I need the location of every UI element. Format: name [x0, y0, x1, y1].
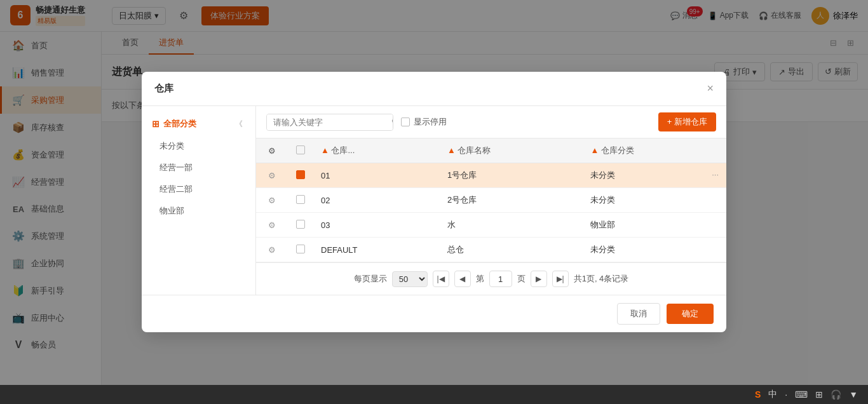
dot-icon: ·	[785, 389, 787, 400]
confirm-button[interactable]: 确定	[667, 304, 714, 324]
warehouse-table: ⚙ ▲ 仓库... ▲ 仓库名称	[256, 138, 726, 262]
status-bar: S 中 · ⌨ ⊞ 🎧 ▼	[0, 385, 868, 404]
row-no-cell: 02	[313, 188, 440, 213]
pagination: 每页显示 50 100 200 |◀ ◀ 第 页 ▶ ▶| 共1页, 4条记录	[256, 262, 726, 295]
row-checkbox[interactable]	[296, 195, 305, 204]
cancel-button[interactable]: 取消	[617, 303, 660, 325]
row-category-cell: 未分类···	[583, 163, 726, 188]
row-name-cell: 2号仓库	[440, 188, 583, 213]
search-button[interactable]: 🔍	[386, 114, 393, 130]
th-name: ▲ 仓库名称	[440, 138, 583, 163]
row-checkbox-cell[interactable]	[288, 238, 313, 262]
row-checkbox[interactable]	[296, 220, 305, 229]
show-disabled-checkbox[interactable]	[401, 118, 410, 126]
modal-overlay[interactable]: 仓库 × ⊞ 全部分类 《 未分类 经营一部 经营二部 物业部	[0, 0, 868, 404]
grid-icon[interactable]: ⊞	[815, 389, 823, 400]
row-checkbox-cell[interactable]	[288, 213, 313, 238]
page-prefix-label: 第	[476, 273, 484, 285]
sort-icon3: ▲	[590, 145, 599, 155]
page-number-input[interactable]	[489, 271, 512, 287]
row-gear-cell: ⚙	[256, 238, 288, 262]
row-gear-cell: ⚙	[256, 163, 288, 188]
per-page-label: 每页显示	[354, 273, 387, 285]
row-gear-cell: ⚙	[256, 188, 288, 213]
grid-icon: ⊞	[152, 119, 159, 129]
audio-icon[interactable]: 🎧	[831, 389, 841, 400]
search-box: 🔍	[266, 114, 393, 131]
sogou-icon: S	[755, 389, 761, 400]
table-toolbar: 🔍 显示停用 + 新增仓库	[256, 106, 726, 138]
modal-title: 仓库	[154, 83, 173, 95]
row-gear-cell: ⚙	[256, 213, 288, 238]
first-page-button[interactable]: |◀	[433, 271, 449, 287]
all-category-title: ⊞ 全部分类	[152, 118, 196, 130]
search-input[interactable]	[267, 114, 386, 130]
total-info: 共1页, 4条记录	[574, 273, 629, 285]
row-no-cell: 01	[313, 163, 440, 188]
modal-header: 仓库 ×	[142, 72, 726, 106]
row-no-cell: 03	[313, 213, 440, 238]
cat-item-property[interactable]: 物业部	[142, 200, 255, 222]
collapse-button[interactable]: 《	[233, 118, 245, 130]
all-category-label: 全部分类	[163, 118, 196, 130]
modal-footer: 取消 确定	[142, 295, 726, 332]
row-category-cell: 物业部	[583, 213, 726, 238]
row-name-cell: 1号仓库	[440, 163, 583, 188]
row-checkbox[interactable]	[296, 170, 305, 179]
th-checkbox	[288, 138, 313, 163]
last-page-button[interactable]: ▶|	[552, 271, 569, 287]
dropdown-icon[interactable]: ▼	[849, 389, 858, 400]
row-checkbox-cell[interactable]	[288, 163, 313, 188]
page-size-select[interactable]: 50 100 200	[392, 271, 428, 287]
page-unit-label: 页	[517, 273, 526, 285]
row-no-cell: DEFAULT	[313, 238, 440, 262]
ime-icon[interactable]: 中	[768, 389, 777, 400]
row-name-cell: 总仓	[440, 238, 583, 262]
cat-item-unclassified[interactable]: 未分类	[142, 135, 255, 157]
show-disabled-label[interactable]: 显示停用	[401, 116, 447, 128]
row-checkbox-cell[interactable]	[288, 188, 313, 213]
next-page-button[interactable]: ▶	[531, 271, 547, 287]
th-gear: ⚙	[256, 138, 288, 163]
keyboard-icon[interactable]: ⌨	[795, 389, 808, 400]
cat-item-dept1[interactable]: 经营一部	[142, 157, 255, 178]
data-table: ⚙ ▲ 仓库... ▲ 仓库名称	[256, 138, 726, 262]
row-category-cell: 未分类	[583, 188, 726, 213]
table-row[interactable]: ⚙ 01 1号仓库 未分类···	[256, 163, 726, 188]
th-code: ▲ 仓库...	[313, 138, 440, 163]
add-warehouse-button[interactable]: + 新增仓库	[658, 112, 716, 131]
modal-body: ⊞ 全部分类 《 未分类 经营一部 经营二部 物业部 🔍	[142, 106, 726, 295]
table-area: 🔍 显示停用 + 新增仓库 ⚙	[256, 106, 726, 295]
warehouse-modal: 仓库 × ⊞ 全部分类 《 未分类 经营一部 经营二部 物业部	[142, 72, 726, 332]
table-row[interactable]: ⚙ 03 水 物业部	[256, 213, 726, 238]
sort-icon: ▲	[321, 145, 329, 155]
th-category: ▲ 仓库分类	[583, 138, 726, 163]
prev-page-button[interactable]: ◀	[454, 271, 471, 287]
table-row[interactable]: ⚙ 02 2号仓库 未分类	[256, 188, 726, 213]
table-header-row: ⚙ ▲ 仓库... ▲ 仓库名称	[256, 138, 726, 163]
header-checkbox[interactable]	[296, 145, 305, 154]
cat-item-dept2[interactable]: 经营二部	[142, 178, 255, 200]
all-category-header[interactable]: ⊞ 全部分类 《	[142, 112, 255, 135]
row-checkbox[interactable]	[296, 245, 305, 253]
table-row[interactable]: ⚙ DEFAULT 总仓 未分类	[256, 238, 726, 262]
show-disabled-text: 显示停用	[414, 116, 447, 128]
category-sidebar: ⊞ 全部分类 《 未分类 经营一部 经营二部 物业部	[142, 106, 256, 295]
row-name-cell: 水	[440, 213, 583, 238]
row-category-cell: 未分类	[583, 238, 726, 262]
modal-close-button[interactable]: ×	[707, 82, 714, 95]
sort-icon2: ▲	[447, 145, 456, 155]
